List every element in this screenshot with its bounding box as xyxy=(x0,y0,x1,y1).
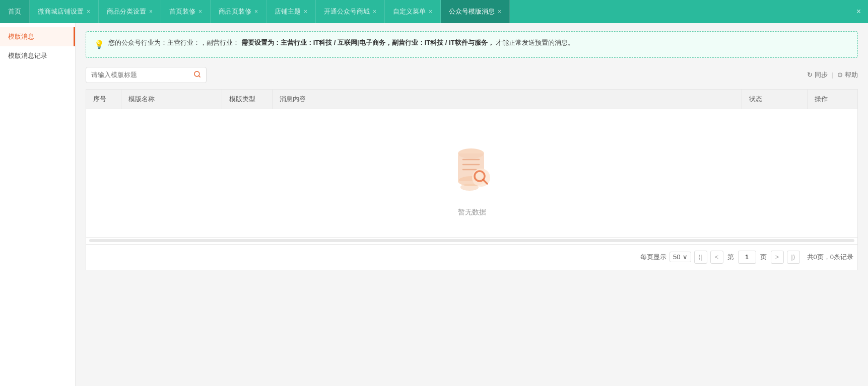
tab-custom-menu[interactable]: 自定义菜单 × xyxy=(385,0,441,23)
help-icon: ⊙ xyxy=(837,71,843,79)
page-number-input[interactable] xyxy=(738,251,756,264)
top-navigation: 首页 微商城店铺设置 × 商品分类设置 × 首页装修 × 商品页装修 × 店铺主… xyxy=(0,0,868,23)
search-input-wrap xyxy=(86,67,207,83)
close-tab-open-mall[interactable]: × xyxy=(373,8,376,15)
page-total: 共0页，0条记录 xyxy=(807,253,853,262)
sidebar-item-template-message[interactable]: 模版消息 xyxy=(0,27,75,46)
notice-text: 您的公众号行业为：主营行业：，副营行业： 需要设置为：主营行业：IT科技 / 互… xyxy=(108,38,574,48)
search-button[interactable] xyxy=(193,70,201,80)
tab-open-mall-label: 开通公众号商城 xyxy=(324,7,370,16)
notice-suffix: 才能正常发送预置的消息。 xyxy=(496,39,574,46)
empty-text: 暂无数据 xyxy=(96,208,847,217)
empty-state: 暂无数据 xyxy=(86,109,858,238)
close-tab-shop-settings[interactable]: × xyxy=(87,8,90,15)
first-page-button[interactable]: ⟨| xyxy=(694,251,707,264)
table-header-row: 序号 模版名称 模版类型 消息内容 状态 操作 xyxy=(86,89,858,109)
tab-home[interactable]: 首页 xyxy=(0,0,30,23)
prev-page-button[interactable]: < xyxy=(710,251,723,264)
notice-icon: 💡 xyxy=(94,38,104,51)
tab-shop-theme-label: 店铺主题 xyxy=(275,7,301,16)
tab-homepage-decor[interactable]: 首页装修 × xyxy=(161,0,211,23)
toolbar-divider: | xyxy=(832,71,833,79)
tab-product-decor[interactable]: 商品页装修 × xyxy=(211,0,266,23)
svg-line-1 xyxy=(198,75,200,77)
page-size-label: 每页显示 xyxy=(640,253,666,262)
page-size-chevron-icon: ∨ xyxy=(683,253,688,261)
sidebar-item-template-message-label: 模版消息 xyxy=(8,33,34,40)
tab-open-mall[interactable]: 开通公众号商城 × xyxy=(316,0,385,23)
close-tab-product-decor[interactable]: × xyxy=(254,8,258,15)
pagination: 每页显示 50 ∨ ⟨| < 第 页 > |⟩ 共0页，0条记录 xyxy=(86,245,858,270)
notice-highlight: 需要设置为：主营行业：IT科技 / 互联网|电子商务，副营行业：IT科技 / I… xyxy=(241,39,494,46)
scrollbar-area[interactable] xyxy=(86,238,858,245)
tab-category-settings-label: 商品分类设置 xyxy=(107,7,146,16)
next-page-button[interactable]: > xyxy=(771,251,784,264)
tab-category-settings[interactable]: 商品分类设置 × xyxy=(99,0,161,23)
sync-label: 同步 xyxy=(815,70,828,80)
tab-custom-menu-label: 自定义菜单 xyxy=(393,7,426,16)
close-tab-shop-theme[interactable]: × xyxy=(304,8,307,15)
tab-homepage-decor-label: 首页装修 xyxy=(169,7,195,16)
empty-illustration xyxy=(442,139,502,200)
page-word-post: 页 xyxy=(760,253,767,262)
help-button[interactable]: ⊙ 帮助 xyxy=(837,70,858,80)
page-size-value: 50 xyxy=(673,253,680,261)
close-tab-category-settings[interactable]: × xyxy=(149,8,153,15)
search-input[interactable] xyxy=(91,71,193,79)
help-label: 帮助 xyxy=(845,70,858,80)
sync-button[interactable]: ↻ 同步 xyxy=(807,70,828,80)
close-all-tabs-button[interactable]: × xyxy=(849,7,868,16)
table-header: 序号 模版名称 模版类型 消息内容 状态 操作 xyxy=(86,89,858,109)
toolbar-right: ↻ 同步 | ⊙ 帮助 xyxy=(807,70,858,80)
col-header-name: 模版名称 xyxy=(121,89,222,109)
col-header-content: 消息内容 xyxy=(273,89,742,109)
sync-icon: ↻ xyxy=(807,71,813,79)
tab-shop-settings-label: 微商城店铺设置 xyxy=(38,7,84,16)
col-header-action: 操作 xyxy=(808,89,858,109)
notice-box: 💡 您的公众号行业为：主营行业：，副营行业： 需要设置为：主营行业：IT科技 /… xyxy=(86,31,858,58)
svg-point-11 xyxy=(460,184,479,191)
notice-prefix: 您的公众号行业为：主营行业：，副营行业： xyxy=(108,39,239,46)
main-layout: 模版消息 模版消息记录 💡 您的公众号行业为：主营行业：，副营行业： 需要设置为… xyxy=(0,23,868,386)
close-tab-custom-menu[interactable]: × xyxy=(429,8,432,15)
close-tab-homepage-decor[interactable]: × xyxy=(198,8,202,15)
tab-shop-theme[interactable]: 店铺主题 × xyxy=(266,0,316,23)
last-page-button[interactable]: |⟩ xyxy=(787,251,800,264)
tab-template-msg-label: 公众号模版消息 xyxy=(449,7,495,16)
col-header-status: 状态 xyxy=(742,89,808,109)
tab-product-decor-label: 商品页装修 xyxy=(219,7,251,16)
search-bar: ↻ 同步 | ⊙ 帮助 xyxy=(86,67,858,83)
col-header-index: 序号 xyxy=(86,89,121,109)
col-header-type: 模版类型 xyxy=(222,89,273,109)
scroll-track xyxy=(89,239,854,242)
data-table: 序号 模版名称 模版类型 消息内容 状态 操作 xyxy=(86,89,858,109)
sidebar-item-template-record[interactable]: 模版消息记录 xyxy=(0,46,75,65)
tab-home-label: 首页 xyxy=(8,7,21,16)
sidebar: 模版消息 模版消息记录 xyxy=(0,23,76,386)
close-tab-template-msg[interactable]: × xyxy=(498,8,501,15)
page-word-pre: 第 xyxy=(727,253,734,262)
tab-shop-settings[interactable]: 微商城店铺设置 × xyxy=(30,0,99,23)
sidebar-item-template-record-label: 模版消息记录 xyxy=(8,52,47,59)
tab-template-msg[interactable]: 公众号模版消息 × xyxy=(441,0,510,23)
page-size-select[interactable]: 50 ∨ xyxy=(670,252,691,262)
main-content: 💡 您的公众号行业为：主营行业：，副营行业： 需要设置为：主营行业：IT科技 /… xyxy=(76,23,868,386)
